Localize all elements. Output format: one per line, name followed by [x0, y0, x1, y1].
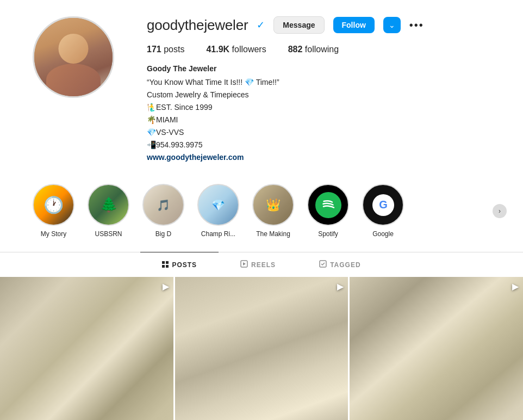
svg-rect-7	[166, 265, 169, 268]
avatar	[33, 16, 114, 98]
verified-badge: ✓	[257, 19, 265, 31]
bio-website[interactable]: www.goodythejeweler.com	[147, 152, 501, 163]
story-item-usbsrn[interactable]: 🌲 USBSRN	[88, 184, 129, 238]
tab-reels[interactable]: REELS	[219, 252, 297, 277]
svg-marker-9	[243, 262, 246, 265]
post-thumb-1[interactable]: ▶	[0, 277, 173, 420]
post-thumb-3[interactable]: ▶	[350, 277, 523, 420]
stories-row: 🕐 My Story 🌲 USBSRN 🎵 Big D 💎 Champ Ri..…	[0, 175, 523, 246]
posts-stat: 171 posts	[147, 45, 184, 54]
follow-dropdown-button[interactable]: ⌄	[383, 17, 401, 33]
story-label-usbsrn: USBSRN	[95, 230, 122, 238]
profile-info: goodythejeweler ✓ Message Follow ⌄ ••• 1…	[147, 16, 501, 164]
svg-rect-6	[162, 265, 165, 268]
story-item-my-story[interactable]: 🕐 My Story	[33, 184, 74, 238]
svg-point-0	[315, 192, 341, 218]
story-item-spotify[interactable]: Spotify	[307, 184, 349, 238]
tab-posts[interactable]: POSTS	[140, 252, 219, 277]
story-label-the-making: The Making	[256, 230, 290, 238]
posts-grid: ▶ ▶ ▶	[0, 277, 523, 420]
svg-text:G: G	[379, 199, 388, 211]
svg-rect-4	[162, 261, 165, 264]
story-item-champ-ri[interactable]: 💎 Champ Ri...	[197, 184, 239, 238]
svg-rect-5	[166, 261, 169, 264]
avatar-container	[33, 16, 114, 98]
username: goodythejeweler	[147, 17, 248, 34]
followers-stat: 41.9K followers	[206, 45, 266, 54]
bio-line-4: 🌴MIAMI	[147, 114, 501, 126]
video-indicator-1: ▶	[163, 281, 169, 292]
bio-name: Goody The Jeweler	[147, 63, 501, 75]
story-label-my-story: My Story	[41, 230, 66, 238]
profile-header: goodythejeweler ✓ Message Follow ⌄ ••• 1…	[0, 0, 523, 175]
story-item-big-d[interactable]: 🎵 Big D	[142, 184, 184, 238]
story-circle-google[interactable]: G	[362, 184, 404, 226]
more-options-button[interactable]: •••	[409, 19, 424, 32]
story-circle-usbsrn[interactable]: 🌲	[88, 184, 129, 226]
follow-button[interactable]: Follow	[333, 17, 375, 33]
story-label-spotify: Spotify	[318, 230, 338, 238]
story-circle-champ-ri[interactable]: 💎	[197, 184, 239, 226]
story-item-google[interactable]: G Google	[362, 184, 404, 238]
post-thumb-2[interactable]: ▶	[175, 277, 348, 420]
bio-line-1: “You Know What Time It Is!!! 💎 Time!!”	[147, 77, 501, 88]
story-circle-my-story[interactable]: 🕐	[33, 184, 74, 226]
bio-line-2: Custom Jewelry & Timepieces	[147, 89, 501, 101]
bio-line-5: 💎VS-VVS	[147, 127, 501, 138]
reels-icon	[240, 260, 248, 269]
bio-line-6: 📲954.993.9975	[147, 139, 501, 151]
story-label-big-d: Big D	[155, 230, 171, 238]
stories-next-button[interactable]: ›	[493, 204, 507, 218]
message-button[interactable]: Message	[273, 16, 324, 34]
tagged-icon	[319, 260, 327, 269]
tabs-row: POSTS REELS TAGGED	[0, 252, 523, 277]
following-stat: 882 following	[288, 45, 339, 54]
video-indicator-2: ▶	[337, 281, 344, 292]
username-row: goodythejeweler ✓ Message Follow ⌄ •••	[147, 16, 501, 34]
story-label-google: Google	[372, 230, 394, 238]
story-circle-the-making[interactable]: 👑	[252, 184, 294, 226]
tab-tagged[interactable]: TAGGED	[297, 252, 382, 277]
video-indicator-3: ▶	[512, 281, 519, 292]
bio-line-3: 🧜‍♂️EST. Since 1999	[147, 102, 501, 113]
story-circle-big-d[interactable]: 🎵	[142, 184, 184, 226]
bio-section: Goody The Jeweler “You Know What Time It…	[147, 63, 501, 163]
story-circle-spotify[interactable]	[307, 184, 349, 226]
story-label-champ-ri: Champ Ri...	[201, 230, 235, 238]
story-item-the-making[interactable]: 👑 The Making	[252, 184, 294, 238]
posts-grid-icon	[162, 261, 169, 269]
stats-row: 171 posts 41.9K followers 882 following	[147, 45, 501, 54]
